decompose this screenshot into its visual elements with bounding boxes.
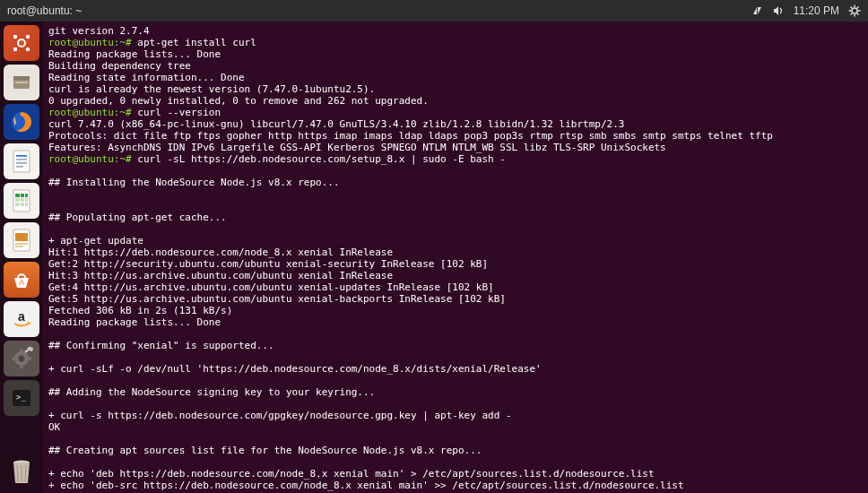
svg-point-41 <box>19 356 25 362</box>
firefox-icon[interactable] <box>4 104 39 140</box>
svg-rect-16 <box>13 76 30 80</box>
svg-rect-20 <box>16 155 27 157</box>
svg-rect-23 <box>16 166 23 168</box>
terminal-line <box>48 456 863 468</box>
svg-rect-22 <box>16 162 27 164</box>
terminal-line: ## Adding the NodeSource signing key to … <box>48 386 863 398</box>
svg-line-7 <box>857 7 859 9</box>
files-icon[interactable] <box>4 65 39 100</box>
terminal-line <box>48 188 863 200</box>
terminal-line: Building dependency tree <box>48 60 863 72</box>
terminal-line <box>48 223 863 235</box>
terminal-icon[interactable]: >_ <box>4 380 39 416</box>
terminal-line: Hit:1 https://deb.nodesource.com/node_8.… <box>48 246 863 258</box>
svg-line-6 <box>857 13 859 15</box>
search-icon[interactable] <box>4 25 39 61</box>
svg-line-5 <box>851 7 853 9</box>
terminal-line <box>48 398 863 410</box>
terminal-line: Reading package lists... Done <box>48 48 863 60</box>
terminal-line: + curl -sLf -o /dev/null 'https://deb.no… <box>48 363 863 375</box>
software-icon[interactable]: A <box>4 262 39 298</box>
amazon-icon[interactable]: a <box>4 301 39 337</box>
terminal-line: Protocols: dict file ftp ftps gopher htt… <box>48 130 863 142</box>
svg-text:a: a <box>18 309 25 324</box>
svg-rect-36 <box>15 243 28 245</box>
svg-point-10 <box>19 40 24 46</box>
terminal-output[interactable]: git version 2.7.4root@ubuntu:~# apt-get … <box>43 22 868 493</box>
settings-icon[interactable] <box>4 341 39 376</box>
terminal-line: curl is already the newest version (7.47… <box>48 83 863 95</box>
terminal-line: root@ubuntu:~# apt-get install curl <box>48 37 863 48</box>
svg-rect-25 <box>15 194 20 197</box>
terminal-line: 0 upgraded, 0 newly installed, 0 to remo… <box>48 95 863 107</box>
top-menu-bar: root@ubuntu: ~ 11:20 PM <box>0 0 868 22</box>
writer-icon[interactable] <box>4 143 39 179</box>
terminal-line: + echo 'deb-src https://deb.nodesource.c… <box>48 480 863 491</box>
terminal-line: Get:4 http://us.archive.ubuntu.com/ubunt… <box>48 281 863 293</box>
svg-rect-21 <box>16 159 27 160</box>
terminal-line <box>48 351 863 363</box>
svg-point-12 <box>26 35 30 39</box>
terminal-line: Hit:3 http://us.archive.ubuntu.com/ubunt… <box>48 270 863 281</box>
volume-icon[interactable] <box>772 4 785 17</box>
svg-rect-27 <box>25 194 28 197</box>
terminal-line <box>48 328 863 340</box>
terminal-line: + curl -s https://deb.nodesource.com/gpg… <box>48 410 863 421</box>
terminal-line: Get:5 http://us.archive.ubuntu.com/ubunt… <box>48 293 863 305</box>
svg-rect-33 <box>25 203 28 206</box>
terminal-line: + echo 'deb https://deb.nodesource.com/n… <box>48 468 863 480</box>
trash-icon[interactable] <box>4 454 39 489</box>
terminal-line: git version 2.7.4 <box>48 25 863 37</box>
terminal-line: ## Creating apt sources list file for th… <box>48 445 863 456</box>
terminal-line <box>48 200 863 212</box>
svg-rect-37 <box>15 246 23 247</box>
svg-rect-29 <box>21 198 24 202</box>
svg-point-14 <box>26 48 30 51</box>
svg-rect-17 <box>15 82 28 83</box>
terminal-line: OK <box>48 421 863 433</box>
terminal-line <box>48 165 863 177</box>
svg-point-13 <box>13 48 17 51</box>
terminal-line: Reading package lists... Done <box>48 316 863 328</box>
svg-rect-30 <box>25 198 28 202</box>
terminal-line: + apt-get update <box>48 235 863 246</box>
svg-rect-35 <box>15 233 28 241</box>
svg-text:>_: >_ <box>16 393 26 402</box>
terminal-line: ## Populating apt-get cache... <box>48 212 863 223</box>
terminal-line <box>48 375 863 386</box>
svg-line-8 <box>851 13 853 15</box>
svg-text:A: A <box>19 278 24 287</box>
terminal-line <box>48 433 863 445</box>
svg-rect-28 <box>15 198 20 202</box>
terminal-line: Get:2 http://security.ubuntu.com/ubuntu … <box>48 258 863 270</box>
terminal-line: root@ubuntu:~# curl --version <box>48 107 863 118</box>
svg-rect-32 <box>21 203 24 206</box>
terminal-line: ## Installing the NodeSource Node.js v8.… <box>48 177 863 188</box>
svg-point-0 <box>852 8 857 13</box>
terminal-line: root@ubuntu:~# curl -sL https://deb.node… <box>48 153 863 165</box>
terminal-line: curl 7.47.0 (x86_64-pc-linux-gnu) libcur… <box>48 118 863 130</box>
svg-rect-26 <box>21 194 24 197</box>
window-title: root@ubuntu: ~ <box>7 4 82 17</box>
terminal-line: ## Confirming "xenial" is supported... <box>48 340 863 351</box>
terminal-line: Fetched 306 kB in 2s (131 kB/s) <box>48 305 863 316</box>
unity-launcher: A a >_ <box>0 22 43 493</box>
terminal-line: Features: AsynchDNS IDN IPv6 Largefile G… <box>48 142 863 153</box>
svg-point-11 <box>13 35 17 39</box>
gear-icon[interactable] <box>848 4 861 17</box>
clock[interactable]: 11:20 PM <box>794 4 839 17</box>
network-icon[interactable] <box>751 4 763 17</box>
impress-icon[interactable] <box>4 222 39 258</box>
workspace: A a >_ git version 2.7.4root@ubuntu:~# a… <box>0 22 868 493</box>
svg-rect-19 <box>13 151 30 172</box>
terminal-line: Reading state information... Done <box>48 72 863 83</box>
svg-rect-31 <box>15 203 20 206</box>
calc-icon[interactable] <box>4 183 39 219</box>
